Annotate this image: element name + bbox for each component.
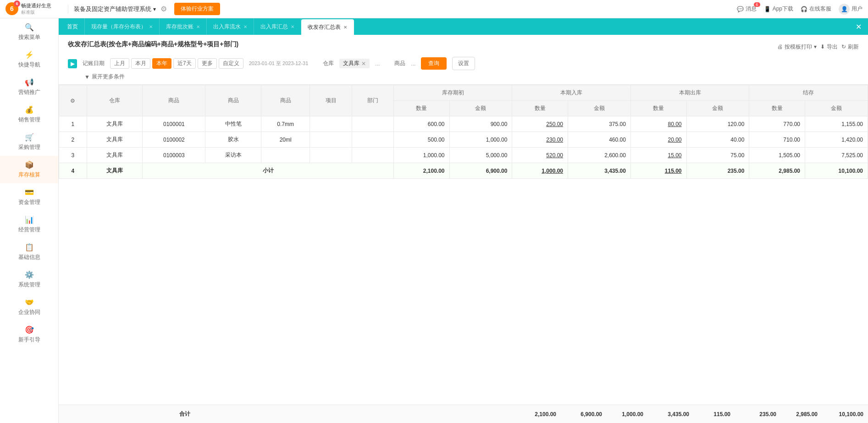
row3-in-qty[interactable]: 520.00 bbox=[512, 148, 568, 163]
purchase-icon: 🛒 bbox=[25, 133, 34, 142]
col-header-bal-qty: 数量 bbox=[749, 101, 805, 116]
sidebar-item-base-info[interactable]: 📋 基础信息 bbox=[0, 238, 58, 266]
total-label: 合计 bbox=[59, 410, 302, 418]
guide-icon: 🎯 bbox=[25, 325, 34, 334]
sidebar-item-marketing[interactable]: 📢 营销推广 bbox=[0, 73, 58, 101]
row2-in-amt: 460.00 bbox=[568, 132, 631, 148]
tab-inventory-dist[interactable]: 现存量（库存分布表） ✕ bbox=[85, 18, 160, 35]
sidebar-item-purchase[interactable]: 🛒 采购管理 bbox=[0, 128, 58, 156]
total-in-qty: 1,000.00 bbox=[607, 411, 648, 418]
warehouse-filter-label: 仓库 bbox=[323, 60, 334, 67]
enterprise-icon: 🤝 bbox=[25, 298, 34, 307]
row2-out-qty[interactable]: 20.00 bbox=[630, 132, 686, 148]
row3-warehouse: 文具库 bbox=[87, 148, 143, 163]
row2-bal-qty: 710.00 bbox=[749, 132, 805, 148]
sidebar-item-guide[interactable]: 🎯 新手引导 bbox=[0, 321, 58, 348]
total-in-amt: 3,435.00 bbox=[648, 411, 694, 418]
date-buttons: 上月 本月 本年 近7天 更多 自定义 bbox=[110, 58, 243, 69]
col-header-spec: 商品 bbox=[261, 85, 310, 116]
tab-close-recv-send[interactable]: ✕ bbox=[343, 25, 347, 30]
tab-recv-send[interactable]: 收发存汇总表 ✕ bbox=[301, 19, 354, 35]
refresh-icon: ↻ bbox=[841, 44, 846, 50]
expand-filter-button[interactable]: ▶ bbox=[68, 59, 77, 68]
sidebar-item-quick-nav[interactable]: ⚡ 快捷导航 bbox=[0, 46, 58, 73]
export-button[interactable]: ⬇ 导出 bbox=[820, 43, 838, 51]
sidebar-item-search[interactable]: 🔍 搜索菜单 bbox=[0, 18, 58, 46]
subtotal-out-qty[interactable]: 115.00 bbox=[630, 163, 686, 179]
col-header-open-qty: 数量 bbox=[393, 101, 449, 116]
subtotal-bal-amt: 10,100.00 bbox=[805, 163, 868, 179]
finance-icon: 💳 bbox=[25, 188, 34, 197]
subtotal-warehouse: 文具库 bbox=[87, 163, 143, 179]
sidebar-label-finance: 资金管理 bbox=[18, 198, 40, 206]
tab-inout-summary[interactable]: 出入库汇总 ✕ bbox=[254, 18, 301, 35]
col-header-warehouse: 仓库 bbox=[87, 85, 143, 116]
sidebar-item-finance[interactable]: 💳 资金管理 bbox=[0, 183, 58, 211]
col-header-out-amt: 金额 bbox=[686, 101, 749, 116]
total-out-amt: 235.00 bbox=[735, 411, 781, 418]
subtotal-bal-qty: 2,985.00 bbox=[749, 163, 805, 179]
row2-open-amt: 1,000.00 bbox=[449, 132, 512, 148]
top-bar: 6 6 畅捷通好生意 标准版 装备及固定资产辅助管理系统 ▾ ⚙ 体验行业方案 … bbox=[0, 0, 868, 18]
settings-icon[interactable]: ⚙ bbox=[160, 5, 167, 13]
tab-inout-flow[interactable]: 出入库流水 ✕ bbox=[207, 18, 254, 35]
sidebar-item-enterprise[interactable]: 🤝 企业协同 bbox=[0, 293, 58, 321]
tab-close-inventory-dist[interactable]: ✕ bbox=[149, 24, 153, 29]
print-template-button[interactable]: 🖨 按模板打印 ▾ bbox=[777, 43, 817, 51]
row2-seq: 2 bbox=[59, 132, 87, 148]
sidebar-label-system: 系统管理 bbox=[18, 281, 40, 289]
settings-button[interactable]: 设置 bbox=[452, 57, 475, 70]
subtotal-open-qty: 2,100.00 bbox=[393, 163, 449, 179]
tab-home[interactable]: 首页 bbox=[61, 18, 85, 35]
message-button[interactable]: 💬 消息 6 bbox=[737, 5, 757, 13]
sidebar-item-inventory[interactable]: 📦 库存核算 bbox=[0, 156, 58, 183]
tab-close-batch[interactable]: ✕ bbox=[196, 24, 200, 29]
trial-button[interactable]: 体验行业方案 bbox=[174, 3, 220, 15]
last-month-btn[interactable]: 上月 bbox=[110, 58, 129, 69]
app-download-button[interactable]: 📱 App下载 bbox=[764, 5, 793, 13]
table-row: 2 文具库 0100002 胶水 20ml 500.00 1,000.00 23… bbox=[59, 132, 868, 148]
col-header-open-amt: 金额 bbox=[449, 101, 512, 116]
tab-close-inout-flow[interactable]: ✕ bbox=[243, 24, 247, 29]
warehouse-more[interactable]: ... bbox=[375, 60, 380, 67]
last7days-btn[interactable]: 近7天 bbox=[173, 58, 196, 69]
query-button[interactable]: 查询 bbox=[421, 57, 447, 70]
subtotal-out-amt: 235.00 bbox=[686, 163, 749, 179]
online-service-button[interactable]: 🎧 在线客服 bbox=[801, 5, 831, 13]
col-header-settings: ⚙ bbox=[59, 85, 87, 116]
row2-dept bbox=[352, 132, 393, 148]
row3-out-qty[interactable]: 15.00 bbox=[630, 148, 686, 163]
tab-batch[interactable]: 库存批次账 ✕ bbox=[160, 18, 207, 35]
refresh-button[interactable]: ↻ 刷新 bbox=[841, 43, 859, 51]
warehouse-tag-close[interactable]: ✕ bbox=[361, 60, 366, 67]
more-date-btn[interactable]: 更多 bbox=[198, 58, 217, 69]
subtotal-in-qty[interactable]: 1,000.00 bbox=[512, 163, 568, 179]
brand-line2: 标准版 bbox=[21, 9, 51, 16]
row1-in-qty[interactable]: 250.00 bbox=[512, 116, 568, 132]
table-row: 3 文具库 0100003 采访本 1,000.00 5,000.00 520.… bbox=[59, 148, 868, 163]
close-all-tabs[interactable]: ✕ bbox=[851, 22, 866, 31]
row1-project bbox=[310, 116, 352, 132]
goods-more[interactable]: ... bbox=[411, 60, 415, 67]
expand-more-conditions[interactable]: ▼ 展开更多条件 bbox=[68, 70, 859, 84]
tab-close-inout-summary[interactable]: ✕ bbox=[291, 24, 294, 29]
custom-date-btn[interactable]: 自定义 bbox=[219, 58, 243, 69]
row2-in-qty[interactable]: 230.00 bbox=[512, 132, 568, 148]
sidebar-label-sales: 销售管理 bbox=[18, 116, 40, 124]
row3-open-qty: 1,000.00 bbox=[393, 148, 449, 163]
row1-open-amt: 900.00 bbox=[449, 116, 512, 132]
column-settings-icon[interactable]: ⚙ bbox=[70, 98, 75, 104]
row3-project bbox=[310, 148, 352, 163]
sidebar-item-operations[interactable]: 📊 经营管理 bbox=[0, 211, 58, 238]
system-select[interactable]: 装备及固定资产辅助管理系统 ▾ bbox=[64, 5, 156, 13]
row1-out-qty[interactable]: 80.00 bbox=[630, 116, 686, 132]
user-button[interactable]: 👤 用户 bbox=[839, 4, 862, 15]
total-bar: 合计 2,100.00 6,900.00 1,000.00 3,435.00 1… bbox=[59, 405, 868, 423]
sidebar-item-sales[interactable]: 💰 销售管理 bbox=[0, 101, 58, 128]
row1-bal-amt: 1,155.00 bbox=[805, 116, 868, 132]
total-bal-qty: 2,985.00 bbox=[781, 411, 822, 418]
sidebar-item-system[interactable]: ⚙️ 系统管理 bbox=[0, 266, 58, 293]
this-year-btn[interactable]: 本年 bbox=[152, 58, 171, 69]
subtotal-label: 小计 bbox=[143, 163, 393, 179]
this-month-btn[interactable]: 本月 bbox=[131, 58, 150, 69]
